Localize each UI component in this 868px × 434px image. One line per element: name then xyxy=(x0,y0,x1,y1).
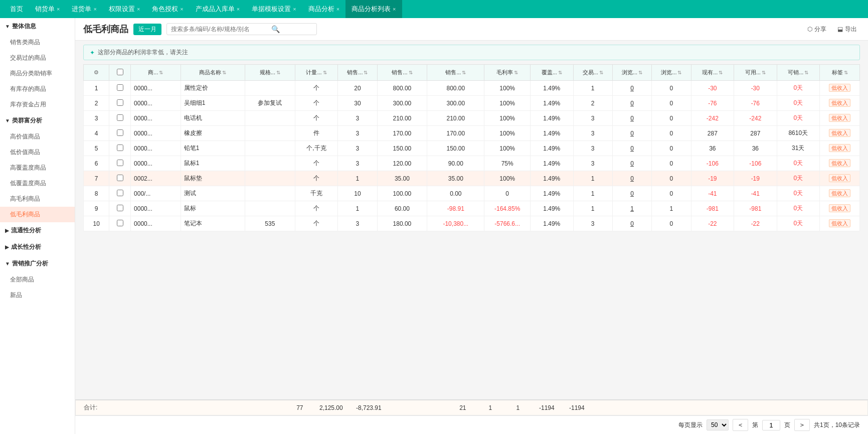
row-checkbox[interactable] xyxy=(117,99,123,106)
col-header-sale-amount[interactable]: 销售...⇅ xyxy=(427,65,484,81)
row-checkbox-cell[interactable] xyxy=(109,216,131,231)
sidebar-group-liquidity[interactable]: ▶ 流通性分析 xyxy=(0,222,75,239)
prev-page-button[interactable]: ＜ xyxy=(733,419,748,431)
close-icon[interactable]: × xyxy=(180,6,183,12)
browse1-link[interactable]: 0 xyxy=(630,115,634,122)
sidebar-item-stock-capital[interactable]: 库存资金占用 xyxy=(0,97,75,112)
sidebar-item-traded-goods[interactable]: 交易过的商品 xyxy=(0,50,75,66)
sidebar-item-sales-goods[interactable]: 销售类商品 xyxy=(0,35,75,50)
row-browse1[interactable]: 0 xyxy=(612,96,651,111)
sidebar-item-all-goods[interactable]: 全部商品 xyxy=(0,272,75,287)
close-icon[interactable]: × xyxy=(57,6,60,12)
col-header-browse1[interactable]: 浏览...⇅ xyxy=(612,65,651,81)
filter-period-button[interactable]: 近一月 xyxy=(133,24,161,35)
row-browse1[interactable]: 1 xyxy=(612,201,651,216)
row-checkbox-cell[interactable] xyxy=(109,186,131,201)
col-header-available[interactable]: 可用...⇅ xyxy=(734,65,777,81)
sidebar-group-cluster[interactable]: ▼ 类群富分析 xyxy=(0,112,75,129)
row-checkbox[interactable] xyxy=(117,84,123,91)
row-checkbox[interactable] xyxy=(117,160,123,166)
row-checkbox[interactable] xyxy=(117,205,123,211)
browse1-link[interactable]: 1 xyxy=(630,205,634,212)
row-browse1[interactable]: 0 xyxy=(612,126,651,141)
row-checkbox-cell[interactable] xyxy=(109,96,131,111)
sidebar-item-low-value[interactable]: 低价值商品 xyxy=(0,144,75,160)
row-checkbox-cell[interactable] xyxy=(109,201,131,216)
select-all-checkbox[interactable] xyxy=(117,69,123,75)
sidebar-group-growth[interactable]: ▶ 成长性分析 xyxy=(0,239,75,255)
nav-item-sales[interactable]: 销货单 × xyxy=(29,0,66,18)
browse1-link[interactable]: 0 xyxy=(630,190,634,197)
row-checkbox-cell[interactable] xyxy=(109,156,131,171)
close-icon[interactable]: × xyxy=(293,6,296,12)
sidebar-item-low-coverage[interactable]: 低覆盖度商品 xyxy=(0,176,75,191)
sidebar-group-overview[interactable]: ▼ 整体信息 xyxy=(0,18,75,35)
col-header-saleable[interactable]: 可销...⇅ xyxy=(777,65,819,81)
row-checkbox[interactable] xyxy=(117,114,123,121)
close-icon[interactable]: × xyxy=(336,6,339,12)
row-browse1[interactable]: 0 xyxy=(612,216,651,231)
sidebar-item-high-margin[interactable]: 高毛利商品 xyxy=(0,191,75,207)
col-header-browse2[interactable]: 浏览...⇅ xyxy=(652,65,691,81)
row-checkbox-cell[interactable] xyxy=(109,141,131,156)
col-header-unit[interactable]: 计量...⇅ xyxy=(295,65,337,81)
row-checkbox-cell[interactable] xyxy=(109,126,131,141)
row-browse1[interactable]: 0 xyxy=(612,81,651,96)
row-browse1[interactable]: 0 xyxy=(612,156,651,171)
nav-item-goods-analysis[interactable]: 商品分析 × xyxy=(302,0,345,18)
row-browse1[interactable]: 0 xyxy=(612,171,651,186)
row-checkbox[interactable] xyxy=(117,144,123,151)
row-checkbox[interactable] xyxy=(117,220,123,226)
col-header-cover[interactable]: 覆盖...⇅ xyxy=(531,65,573,81)
sidebar-item-new-goods[interactable]: 新品 xyxy=(0,287,75,303)
nav-item-role-auth[interactable]: 角色授权 × xyxy=(146,0,189,18)
col-header-sale-qty[interactable]: 销售...⇅ xyxy=(338,65,377,81)
close-icon[interactable]: × xyxy=(93,6,96,12)
row-checkbox-cell[interactable] xyxy=(109,171,131,186)
row-browse1[interactable]: 0 xyxy=(612,186,651,201)
col-header-trade[interactable]: 交易...⇅ xyxy=(573,65,612,81)
row-checkbox[interactable] xyxy=(117,129,123,136)
sidebar-item-high-coverage[interactable]: 高覆盖度商品 xyxy=(0,160,75,176)
row-browse1[interactable]: 0 xyxy=(612,141,651,156)
browse1-link[interactable]: 0 xyxy=(630,220,634,227)
next-page-button[interactable]: ＞ xyxy=(794,419,810,431)
browse1-link[interactable]: 0 xyxy=(630,130,634,137)
nav-item-permissions[interactable]: 权限设置 × xyxy=(103,0,146,18)
browse1-link[interactable]: 0 xyxy=(630,85,634,92)
col-header-spec[interactable]: 规格...⇅ xyxy=(245,65,295,81)
browse1-link[interactable]: 0 xyxy=(630,145,634,152)
nav-item-home[interactable]: 首页 xyxy=(4,0,29,18)
sidebar-group-marketing[interactable]: ▼ 营销推广分析 xyxy=(0,255,75,272)
close-icon[interactable]: × xyxy=(393,6,396,12)
sidebar-item-category-rate[interactable]: 商品分类助销率 xyxy=(0,66,75,81)
close-icon[interactable]: × xyxy=(237,6,240,12)
nav-item-purchase[interactable]: 进货单 × xyxy=(66,0,102,18)
export-button[interactable]: ⬓ 导出 xyxy=(834,24,860,35)
sidebar-item-in-stock[interactable]: 有库存的商品 xyxy=(0,81,75,97)
browse1-link[interactable]: 0 xyxy=(630,160,634,167)
share-button[interactable]: ⬡ 分享 xyxy=(804,24,829,35)
col-header-sale-price[interactable]: 销售...⇅ xyxy=(377,65,427,81)
row-checkbox[interactable] xyxy=(117,190,123,196)
col-header-name[interactable]: 商品名称⇅ xyxy=(181,65,245,81)
per-page-select[interactable]: 50 xyxy=(707,419,729,430)
nav-item-product-entry[interactable]: 产成品入库单 × xyxy=(190,0,246,18)
row-checkbox[interactable] xyxy=(117,175,123,181)
close-icon[interactable]: × xyxy=(137,6,140,12)
sidebar-item-high-value[interactable]: 高价值商品 xyxy=(0,129,75,144)
search-input[interactable] xyxy=(171,26,271,33)
col-header-current[interactable]: 现有...⇅ xyxy=(691,65,734,81)
col-header-code[interactable]: 商...⇅ xyxy=(131,65,181,81)
settings-icon[interactable]: ⚙ xyxy=(94,69,99,75)
search-icon[interactable]: 🔍 xyxy=(271,25,280,33)
col-header-gross[interactable]: 毛利率⇅ xyxy=(484,65,531,81)
nav-item-goods-analysis-list[interactable]: 商品分析列表 × xyxy=(345,0,402,18)
nav-item-template[interactable]: 单据模板设置 × xyxy=(246,0,302,18)
col-header-tag[interactable]: 标签⇅ xyxy=(820,65,860,81)
sidebar-item-low-margin[interactable]: 低毛利商品 xyxy=(0,207,75,222)
row-checkbox-cell[interactable] xyxy=(109,111,131,126)
page-input[interactable] xyxy=(762,420,780,430)
row-browse1[interactable]: 0 xyxy=(612,111,651,126)
row-checkbox-cell[interactable] xyxy=(109,81,131,96)
